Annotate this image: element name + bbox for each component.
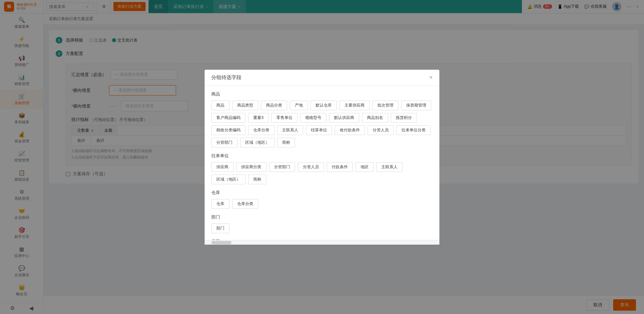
section-counterparty: 往来单位 供应商 供应商分类 分管部门 分管人员 付款条件 地区 主联系人 区域… xyxy=(211,153,433,184)
modal: 分组待选字段 × 商品 商品 商品类型 商品分类 产地 默认仓库 主要供应商 批… xyxy=(205,70,439,245)
field-tag[interactable]: 主联系人 xyxy=(277,125,303,135)
field-tag[interactable]: 商品别名 xyxy=(362,113,388,123)
field-tag[interactable]: 收付款条件 xyxy=(335,125,365,135)
section-counterparty-title: 往来单位 xyxy=(211,153,433,159)
section-department: 部门 部门 xyxy=(211,214,433,233)
field-tag[interactable]: 简称 xyxy=(277,138,295,147)
section-warehouse: 仓库 仓库 仓库分类 xyxy=(211,190,433,209)
field-tag[interactable]: 地区 xyxy=(356,162,374,172)
field-tag[interactable]: 零售单位 xyxy=(271,113,298,123)
field-tag[interactable]: 简称 xyxy=(248,175,266,184)
section-goods: 商品 商品 商品类型 商品分类 产地 默认仓库 主要供应商 批次管理 保质期管理… xyxy=(211,91,433,147)
modal-close-btn[interactable]: × xyxy=(429,74,433,80)
section-department-title: 部门 xyxy=(211,214,433,220)
field-tag[interactable]: 仓库分类 xyxy=(232,199,258,209)
field-tag[interactable]: 税收分类编码 xyxy=(211,125,246,135)
field-tag[interactable]: 分管人员 xyxy=(368,125,394,135)
field-tag[interactable]: 默认仓库 xyxy=(311,101,337,110)
field-tag[interactable]: 商品 xyxy=(211,101,229,110)
field-tag[interactable]: 分管部门 xyxy=(269,162,295,172)
field-tag[interactable]: 批次管理 xyxy=(372,101,398,110)
field-tag[interactable]: 区域（地区） xyxy=(211,175,246,184)
modal-header: 分组待选字段 × xyxy=(205,70,439,86)
field-tag[interactable]: 拣货积分 xyxy=(391,113,417,123)
section-warehouse-fields: 仓库 仓库分类 xyxy=(211,199,433,209)
field-tag[interactable]: 区域（地区） xyxy=(240,138,274,147)
field-tag[interactable]: 产地 xyxy=(290,101,308,110)
section-counterparty-fields: 供应商 供应商分类 分管部门 分管人员 付款条件 地区 主联系人 区域（地区） … xyxy=(211,162,433,184)
field-tag[interactable]: 重量3 xyxy=(248,113,269,123)
field-tag[interactable]: 分管人员 xyxy=(298,162,324,172)
field-tag[interactable]: 往来单位分类 xyxy=(396,125,431,135)
modal-title: 分组待选字段 xyxy=(211,74,241,81)
field-tag[interactable]: 商品分类 xyxy=(261,101,287,110)
field-tag[interactable]: 默认供应商 xyxy=(329,113,359,123)
field-tag[interactable]: 分管部门 xyxy=(211,138,237,147)
field-tag[interactable]: 主要供应商 xyxy=(339,101,370,110)
modal-hscroll[interactable] xyxy=(205,240,439,245)
field-tag[interactable]: 商品类型 xyxy=(232,101,258,110)
field-tag[interactable]: 供应商 xyxy=(211,162,233,172)
section-goods-fields: 商品 商品类型 商品分类 产地 默认仓库 主要供应商 批次管理 保质期管理 客户… xyxy=(211,101,433,147)
field-tag[interactable]: 部门 xyxy=(211,224,229,233)
field-tag[interactable]: 供应商分类 xyxy=(236,162,266,172)
section-goods-title: 商品 xyxy=(211,91,433,97)
field-tag[interactable]: 仓库 xyxy=(211,199,229,209)
field-tag[interactable]: 保质期管理 xyxy=(401,101,431,110)
section-warehouse-title: 仓库 xyxy=(211,190,433,196)
field-tag[interactable]: 仓库分类 xyxy=(248,125,274,135)
field-tag[interactable]: 主联系人 xyxy=(376,162,402,172)
modal-body[interactable]: 商品 商品 商品类型 商品分类 产地 默认仓库 主要供应商 批次管理 保质期管理… xyxy=(205,86,439,240)
field-tag[interactable]: 规格型号 xyxy=(300,113,326,123)
field-tag[interactable]: 客户商品编码 xyxy=(211,113,246,123)
section-department-fields: 部门 xyxy=(211,224,433,233)
modal-overlay: 分组待选字段 × 商品 商品 商品类型 商品分类 产地 默认仓库 主要供应商 批… xyxy=(0,0,644,314)
field-tag[interactable]: 付款条件 xyxy=(327,162,353,172)
field-tag[interactable]: 结算单位 xyxy=(306,125,332,135)
